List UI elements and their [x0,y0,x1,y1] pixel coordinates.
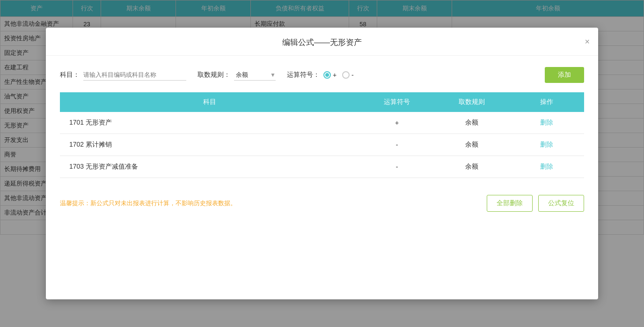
modal-body: 科目： 取数规则： 余额 借方 贷方 借方发生额 贷方发生额 [46,56,598,187]
subject-field: 科目： [60,69,186,81]
footer-buttons: 全部删除 公式复位 [487,195,584,212]
rule-select-wrap: 余额 借方 贷方 借方发生额 贷方发生额 ▼ [234,69,276,81]
th-rule: 取数规则 [434,92,509,112]
table-row: 1703 无形资产减值准备 - 余额 删除 [60,156,584,178]
cell-action-3: 删除 [509,156,584,178]
hint-text: 温馨提示：新公式只对未出报表进行计算，不影响历史报表数据。 [60,199,236,208]
modal-title: 编辑公式——无形资产 [282,38,362,47]
th-action: 操作 [509,92,584,112]
add-button[interactable]: 添加 [545,67,584,83]
minus-label: - [351,71,354,79]
cell-operator-1: + [359,112,434,134]
formula-table: 科目 运算符号 取数规则 操作 1701 无形资产 + 余额 删除 [60,92,584,178]
cell-operator-3: - [359,156,434,178]
operator-label: 运算符号： [287,71,320,79]
cell-rule-2: 余额 [434,134,509,156]
th-subject: 科目 [60,92,359,112]
delete-link-2[interactable]: 删除 [540,141,553,148]
page-container: 资产 行次 期末余额 年初余额 负债和所有者权益 行次 期末余额 年初余额 其他… [0,0,644,327]
cell-rule-3: 余额 [434,156,509,178]
radio-plus[interactable]: + [323,71,337,79]
reset-formula-button[interactable]: 公式复位 [538,195,584,212]
rule-label: 取数规则： [198,71,230,79]
radio-minus[interactable]: - [342,71,354,79]
modal-close-button[interactable]: × [585,37,590,46]
table-header-row: 科目 运算符号 取数规则 操作 [60,92,584,112]
radio-inner-plus [325,73,329,77]
subject-input[interactable] [83,69,186,81]
delete-all-button[interactable]: 全部删除 [487,195,533,212]
operator-radio-group: + - [323,71,354,79]
rule-select[interactable]: 余额 借方 贷方 借方发生额 贷方发生额 [234,69,276,81]
delete-link-3[interactable]: 删除 [540,163,553,170]
cell-subject-2: 1702 累计摊销 [60,134,359,156]
rule-field: 取数规则： 余额 借方 贷方 借方发生额 贷方发生额 ▼ [198,69,276,81]
cell-action-1: 删除 [509,112,584,134]
subject-label: 科目： [60,71,80,79]
modal-footer: 温馨提示：新公式只对未出报表进行计算，不影响历史报表数据。 全部删除 公式复位 [46,187,598,223]
cell-subject-1: 1701 无形资产 [60,112,359,134]
operator-field: 运算符号： + - [287,71,354,79]
delete-link-1[interactable]: 删除 [540,119,553,126]
plus-label: + [333,71,337,79]
radio-circle-minus [342,71,350,79]
modal-overlay: 编辑公式——无形资产 × 科目： 取数规则： 余额 [0,0,644,327]
radio-circle-plus [323,71,331,79]
cell-action-2: 删除 [509,134,584,156]
cell-rule-1: 余额 [434,112,509,134]
table-row: 1701 无形资产 + 余额 删除 [60,112,584,134]
modal-dialog: 编辑公式——无形资产 × 科目： 取数规则： 余额 [46,28,598,299]
table-row: 1702 累计摊销 - 余额 删除 [60,134,584,156]
modal-header: 编辑公式——无形资产 × [46,28,598,56]
form-row: 科目： 取数规则： 余额 借方 贷方 借方发生额 贷方发生额 [60,67,584,83]
cell-operator-2: - [359,134,434,156]
th-operator: 运算符号 [359,92,434,112]
cell-subject-3: 1703 无形资产减值准备 [60,156,359,178]
